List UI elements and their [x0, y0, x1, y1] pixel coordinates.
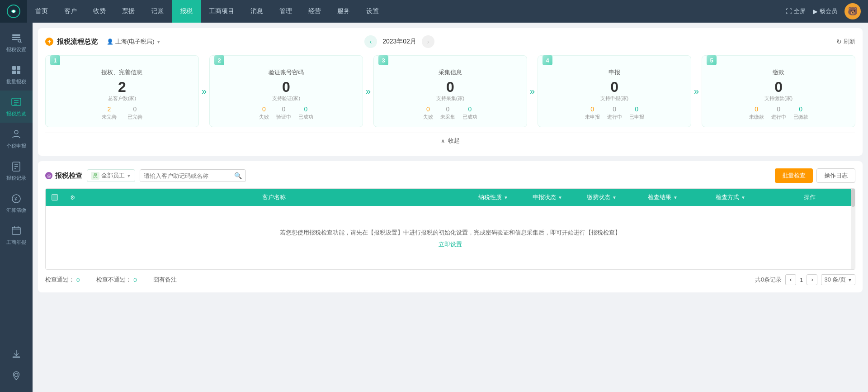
staff-badge: 员 [91, 172, 99, 180]
next-page-btn[interactable]: › [807, 274, 817, 285]
step-1-stat-1: 0 已完善 [127, 105, 142, 120]
next-date-btn[interactable]: › [422, 35, 434, 48]
process-steps: 1 授权、完善信息 2 总客户数(家) 2 未完善 0 已完善 [45, 55, 855, 127]
step-3-num: 3 [378, 55, 388, 65]
th-tax-nature[interactable]: 纳税性质▼ [466, 189, 520, 206]
check-title-area: ◎ 报税检查 [45, 172, 82, 180]
scrollbar[interactable] [851, 189, 855, 269]
nav-item-home[interactable]: 首页 [27, 0, 56, 23]
step-5-title: 缴款 [709, 68, 848, 76]
step-2-stats: 0 失败 0 验证中 0 已成功 [217, 105, 355, 120]
check-circle-icon: ◎ [45, 172, 52, 179]
th-check-method[interactable]: 检查方式▼ [697, 189, 764, 206]
svg-rect-9 [12, 71, 16, 74]
table-header: ⚙ 客户名称 纳税性质▼ 申报状态▼ 缴费状态▼ 检查结果▼ [46, 189, 855, 206]
search-button[interactable]: 🔍 [231, 170, 245, 182]
sidebar-item-batch-tax[interactable]: 批量报税 [0, 58, 33, 91]
check-right-buttons: 批量检查 操作日志 [775, 168, 855, 183]
nav-items: 首页 客户 收费 票据 记账 报税 工商项目 消息 管理 经营 服务 设置 [27, 0, 786, 23]
pagination: 共0条记录 ‹ 1 › 30 条/页 ▼ [755, 274, 855, 285]
svg-text:¥: ¥ [14, 196, 17, 201]
step-4-title: 申报 [545, 68, 684, 76]
prev-date-btn[interactable]: ‹ [364, 35, 377, 48]
nav-item-tax[interactable]: 报税 [172, 0, 201, 23]
step-2-stat-1: 0 验证中 [276, 105, 291, 120]
main-layout: 报税设置 批量报税 报税总览 [0, 23, 868, 392]
step-2-stat-0: 0 失败 [259, 105, 269, 120]
filter-icon-5: ▼ [741, 195, 745, 200]
empty-message: 若您想使用报税检查功能，请先在【报税设置】中进行报税的初始化设置，完成密码验证和… [280, 227, 621, 239]
search-input[interactable] [140, 170, 231, 182]
batch-check-btn[interactable]: 批量检查 [775, 168, 813, 183]
th-settings[interactable]: ⚙ [64, 189, 82, 206]
sidebar-item-personal-filing[interactable]: 个税申报 [0, 123, 33, 155]
staff-chevron-icon: ▼ [127, 173, 131, 178]
settlement-icon: ¥ [10, 192, 23, 205]
step-3-stat-0: 0 失败 [423, 105, 433, 120]
overview-title: 报税流程总览 [57, 38, 98, 46]
scrollbar-thumb[interactable] [851, 189, 855, 207]
step-5-stat-0: 0 未缴款 [749, 105, 764, 120]
nav-item-message[interactable]: 消息 [242, 0, 271, 23]
sidebar-item-tax-records[interactable]: 报税记录 [0, 155, 33, 187]
sidebar-bottom-location[interactable] [7, 367, 25, 385]
nav-item-accounting[interactable]: 记账 [143, 0, 172, 23]
refresh-btn[interactable]: ↻ 刷新 [836, 38, 855, 46]
step-4-card: 4 申报 0 支持申报(家) 0 未申报 0 进行中 [538, 55, 691, 127]
nav-item-invoice[interactable]: 票据 [114, 0, 143, 23]
nav-item-customer[interactable]: 客户 [56, 0, 85, 23]
svg-rect-4 [12, 39, 18, 40]
check-header: ◎ 报税检查 员 全部员工 ▼ 🔍 批量检查 操作日志 [45, 168, 855, 183]
filter-icon-2: ▼ [558, 195, 562, 200]
total-records: 共0条记录 [755, 276, 782, 284]
check-fail-value[interactable]: 0 [133, 277, 137, 283]
vip-btn[interactable]: ▶ 畅会员 [813, 7, 837, 15]
svg-rect-22 [12, 227, 20, 234]
svg-line-6 [21, 42, 22, 43]
vip-icon: ▶ [813, 8, 818, 15]
th-pay-status[interactable]: 缴费状态▼ [575, 189, 629, 206]
arrow-4: » [691, 55, 702, 127]
nav-item-settings[interactable]: 设置 [358, 0, 387, 23]
sidebar-bottom-download[interactable] [7, 345, 25, 363]
first-page-btn[interactable]: ‹ [785, 274, 796, 285]
per-page-select[interactable]: 30 条/页 ▼ [821, 274, 855, 285]
tax-records-icon [10, 160, 23, 173]
nav-item-operations[interactable]: 经营 [300, 0, 329, 23]
operation-log-btn[interactable]: 操作日志 [816, 168, 855, 183]
step-4-stat-1: 0 进行中 [607, 105, 622, 120]
sidebar-item-settlement[interactable]: ¥ 汇算清缴 [0, 187, 33, 219]
svg-rect-7 [12, 66, 16, 70]
nav-item-service[interactable]: 服务 [329, 0, 358, 23]
tax-check-card: ◎ 报税检查 员 全部员工 ▼ 🔍 批量检查 操作日志 [38, 161, 863, 292]
current-page-num: 1 [800, 277, 803, 283]
step-3-stat-1: 0 未采集 [440, 105, 455, 120]
collapse-btn[interactable]: ∧ 收起 [45, 133, 855, 148]
th-declare-status[interactable]: 申报状态▼ [520, 189, 575, 206]
arrow-2: » [363, 55, 373, 127]
avatar[interactable]: 🐻 [844, 3, 861, 19]
arrow-3: » [527, 55, 538, 127]
nav-item-fee[interactable]: 收费 [85, 0, 114, 23]
svg-rect-10 [17, 71, 20, 74]
location-tag[interactable]: 👤 上海(电子税局) ▼ [107, 38, 161, 46]
staff-select[interactable]: 员 全部员工 ▼ [87, 169, 135, 182]
separator-1 [85, 276, 91, 284]
fullscreen-btn[interactable]: ⛶ 全屏 [786, 7, 806, 15]
table-wrapper: ⚙ 客户名称 纳税性质▼ 申报状态▼ 缴费状态▼ 检查结果▼ [45, 188, 855, 270]
sidebar-item-tax-settings[interactable]: 报税设置 [0, 26, 33, 58]
overview-card: + 报税流程总览 👤 上海(电子税局) ▼ ‹ 2023年02月 › ↻ [38, 28, 863, 156]
svg-rect-2 [12, 34, 20, 36]
th-check-result[interactable]: 检查结果▼ [629, 189, 697, 206]
svg-point-27 [14, 373, 18, 377]
immediate-setup-link[interactable]: 立即设置 [439, 240, 462, 249]
sidebar-item-annual-report[interactable]: 工商年报 [0, 219, 33, 251]
step-5-stat-2: 0 已缴款 [793, 105, 808, 120]
header-checkbox[interactable] [52, 194, 58, 201]
step-2-label: 支持验证(家) [217, 95, 355, 102]
nav-item-business[interactable]: 工商项目 [201, 0, 242, 23]
step-4-stat-0: 0 未申报 [585, 105, 600, 120]
nav-item-manage[interactable]: 管理 [271, 0, 300, 23]
check-pass-value[interactable]: 0 [76, 277, 80, 283]
sidebar-item-tax-overview[interactable]: 报税总览 [0, 91, 33, 123]
